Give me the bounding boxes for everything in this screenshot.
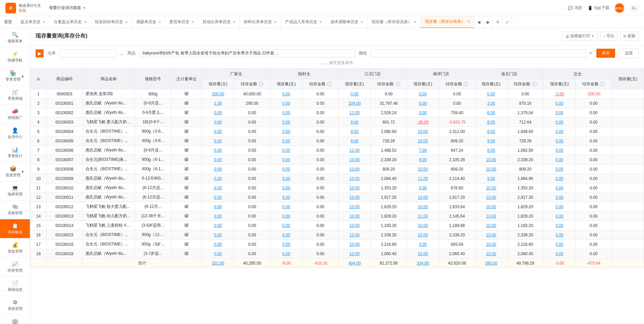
- table-body: 10000003爱他美 盒装3段900g罐200.0040,000.000.00…: [31, 89, 644, 268]
- tab-adjust[interactable]: 调拨单历史 ✕: [132, 16, 165, 28]
- user-avatar-btn[interactable]: demo2: [615, 3, 624, 13]
- sidebar-item-finance[interactable]: 💰 资金管理: [0, 238, 30, 258]
- search-btn[interactable]: 查询: [596, 49, 615, 58]
- sidebar-item-member[interactable]: 👤 会员中心: [0, 124, 30, 143]
- filter-area: ▶ 仓库 ... 商品 颜色 ▼ 查询 设置 ⌄⌄ 展开更多条件: [30, 46, 644, 69]
- header-actions: 🖨 按模板打印 ▼ ↑ 导出 ↻ 刷新: [562, 32, 639, 41]
- retail-store-icon: 🛒: [1, 89, 29, 95]
- stock-icon: 📋: [1, 223, 29, 229]
- tab-expand-btn[interactable]: ⤢: [502, 16, 512, 28]
- sidebar-item-retail-stats[interactable]: 📊 零售统计: [0, 143, 30, 162]
- sidebar-item-quick-nav[interactable]: ⚡ 快捷导航: [0, 47, 30, 66]
- warehouse-input[interactable]: [60, 49, 116, 57]
- tab-next-btn[interactable]: ▶: [484, 16, 493, 28]
- goods-input[interactable]: [140, 49, 355, 57]
- tab-close-all-btn[interactable]: ✕: [493, 16, 502, 28]
- refresh-btn[interactable]: ↻ 刷新: [620, 32, 639, 41]
- sidebar-item-operations[interactable]: 📈 经营管理: [0, 258, 30, 277]
- col-header-nanan: 南岸门店: [407, 69, 475, 79]
- tab-stock-status[interactable]: 现存量（库存状况表） ✕: [368, 16, 421, 28]
- tab-bar: 首页 盘点单历史 ✕ 分量盘点单历史 ✕ 组装拆卸单历史 ✕ 调拨单历史 ✕ 要…: [0, 16, 644, 28]
- retail-mgmt-arrow-icon: ▲: [21, 74, 24, 78]
- tab-combo[interactable]: 组装拆卸单历史 ✕: [91, 16, 132, 28]
- col-header-unit: 主计量单位: [171, 69, 202, 89]
- col-header-spec: 规格型号: [135, 69, 171, 89]
- ea-btn[interactable]: Ea: [630, 5, 639, 11]
- app-download-btn[interactable]: 📱 App下载: [588, 5, 609, 11]
- nav-selector[interactable]: 母婴行业演示陈套 ▼: [49, 5, 86, 11]
- color-dropdown-icon: ▼: [589, 51, 592, 55]
- sidebar-item-retail-mgmt[interactable]: 🏪 零售管理 ▲: [0, 66, 30, 86]
- tab-material-out[interactable]: 材料出库单历史 ✕: [240, 16, 281, 28]
- col-header-jiangbei: 江北门店: [338, 69, 407, 79]
- logo-text: 畅捷通好生意 标版: [19, 3, 41, 13]
- sidebar-item-marketing[interactable]: 📣 营销推广: [0, 105, 30, 124]
- tab-close-icon[interactable]: ✕: [414, 20, 417, 24]
- table-row: 500100004合生元（BIOSTIME）...900g（0-6...罐0.0…: [31, 127, 644, 136]
- col-header-total: 总仓: [543, 69, 612, 79]
- tab-cost-adjust[interactable]: 成本调整单历史 ✕: [326, 16, 368, 28]
- setting-btn[interactable]: 设置: [619, 48, 639, 58]
- tab-close-icon[interactable]: ✕: [467, 20, 470, 24]
- gear-icon[interactable]: ⚙: [37, 77, 40, 82]
- page-title-row: 现存量查询(库存分布) 🖨 按模板打印 ▼ ↑ 导出 ↻ 刷新: [36, 32, 639, 41]
- tab-prev-btn[interactable]: ◀: [474, 16, 484, 28]
- tab-requisition[interactable]: 要货单历史 ✕: [165, 16, 199, 28]
- color-input[interactable]: [371, 49, 586, 57]
- col-header-name: 商品名称: [83, 69, 135, 89]
- jb-amt-info-icon[interactable]: i: [395, 82, 400, 87]
- tab-close-icon[interactable]: ✕: [43, 20, 45, 24]
- sidebar-item-wholesale[interactable]: 📦 批发管理 ▼: [0, 162, 30, 181]
- top-right-actions: 💬 消息 📱 App下载 demo2 Ea: [568, 3, 639, 13]
- color-label: 颜色: [359, 50, 367, 56]
- tab-other-out[interactable]: 其他出库单历史 ✕: [199, 16, 240, 28]
- tab-stock-dist[interactable]: 现存量（库存分布表） ✕: [421, 16, 474, 28]
- operations-icon: 📈: [1, 261, 29, 267]
- table-row: 1700100016合生元（BIOSTIME）...900g（3岁...罐0.0…: [31, 240, 644, 249]
- sidebar: 🔍 搜索英单 ⚡ 快捷导航 🏪 零售管理 ▲ 🛒 零售商城 📣 营销推广 👤 会…: [0, 28, 30, 324]
- wholesale-icon: 📦: [6, 166, 20, 172]
- sub-header-total-qty: 现存量(主): [543, 79, 576, 89]
- export-btn[interactable]: ↑ 导出: [600, 32, 618, 41]
- sidebar-item-stock[interactable]: 📋 库存核算: [0, 219, 30, 238]
- col-header-gear[interactable]: ⚙: [31, 69, 47, 89]
- table-row: 1600100015合生元（BIOSTIME）...900g（12-...罐0.…: [31, 230, 644, 240]
- yb-amt-info-icon[interactable]: i: [532, 82, 537, 87]
- sub-header-lc-amt: 结存金额 i: [302, 79, 338, 89]
- tab-split-check[interactable]: 分量盘点单历史 ✕: [50, 16, 91, 28]
- quick-nav-icon: ⚡: [1, 51, 29, 57]
- tab-close-icon[interactable]: ✕: [319, 20, 322, 24]
- print-btn[interactable]: 🖨 按模板打印 ▼: [562, 32, 598, 41]
- sub-header-lc-qty: 现存量(主): [270, 79, 303, 89]
- filter-toggle-btn[interactable]: ▶: [36, 49, 44, 57]
- sub-header-fj-amt: 结存金额 i: [234, 79, 270, 89]
- ecommerce-icon: 💻: [1, 185, 29, 191]
- fj-amt-info-icon[interactable]: i: [259, 82, 263, 87]
- tab-close-icon[interactable]: ✕: [361, 20, 363, 24]
- tab-close-icon[interactable]: ✕: [192, 20, 194, 24]
- sidebar-item-ecommerce[interactable]: 💻 电商管理: [0, 181, 30, 200]
- tab-close-icon[interactable]: ✕: [233, 20, 235, 24]
- total-amt-info-icon[interactable]: i: [600, 82, 605, 87]
- sidebar-item-system[interactable]: ⚙ 系统管理: [0, 296, 30, 315]
- lc-amt-info-icon[interactable]: i: [327, 82, 332, 87]
- sidebar-item-purchase[interactable]: 🛍 采购管理: [0, 200, 30, 219]
- filter-expand-row[interactable]: ⌄⌄ 展开更多条件: [36, 60, 639, 66]
- filter-row-main: ▶ 仓库 ... 商品 颜色 ▼ 查询 设置: [36, 48, 639, 58]
- tab-home[interactable]: 首页: [0, 16, 16, 28]
- na-amt-info-icon[interactable]: i: [464, 82, 468, 87]
- tab-inventory-check[interactable]: 盘点单历史 ✕: [16, 16, 50, 28]
- warehouse-ellipsis-btn[interactable]: ...: [120, 51, 123, 56]
- tab-close-icon[interactable]: ✕: [274, 20, 277, 24]
- message-btn[interactable]: 💬 消息: [568, 5, 582, 11]
- summary-row: 合计201.0040,295.00-8.00-416.16494.0081,27…: [31, 259, 644, 268]
- sidebar-item-retail-store[interactable]: 🛒 零售商城: [0, 86, 30, 105]
- tab-close-icon[interactable]: ✕: [125, 20, 128, 24]
- col-header-code: 商品编码: [46, 69, 83, 89]
- tab-close-icon[interactable]: ✕: [158, 20, 161, 24]
- sidebar-item-enterprise[interactable]: 🏢 企业协同: [0, 315, 30, 324]
- tab-close-icon[interactable]: ✕: [84, 20, 87, 24]
- tab-product-in[interactable]: 产成品入库单历史 ✕: [281, 16, 326, 28]
- sidebar-item-search-hero[interactable]: 🔍 搜索英单: [0, 28, 30, 47]
- sidebar-item-basic[interactable]: 📄 基础信息: [0, 277, 30, 296]
